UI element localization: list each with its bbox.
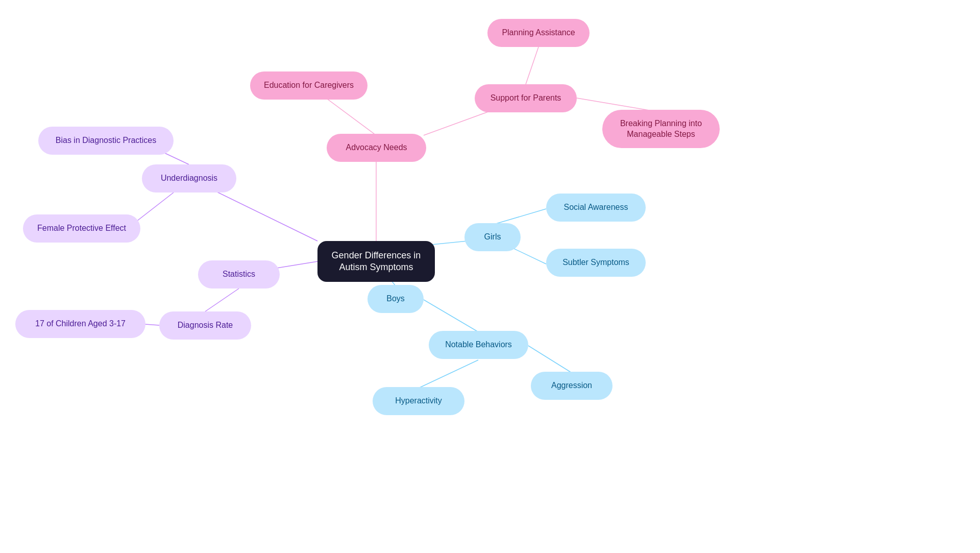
- education-caregivers-node[interactable]: Education for Caregivers: [250, 71, 368, 100]
- svg-line-12: [493, 209, 546, 225]
- underdiagnosis-node[interactable]: Underdiagnosis: [142, 164, 236, 193]
- diagnosis-rate-label: Diagnosis Rate: [178, 320, 233, 331]
- diagnosis-rate-node[interactable]: Diagnosis Rate: [159, 311, 251, 340]
- boys-node[interactable]: Boys: [368, 285, 424, 313]
- breaking-planning-node[interactable]: Breaking Planning into Manageable Steps: [602, 110, 720, 148]
- svg-line-17: [528, 346, 572, 373]
- notable-behaviors-node[interactable]: Notable Behaviors: [429, 331, 528, 359]
- support-parents-label: Support for Parents: [491, 93, 561, 104]
- children-aged-node[interactable]: 17 of Children Aged 3-17: [15, 310, 145, 338]
- bias-diagnostic-label: Bias in Diagnostic Practices: [56, 135, 156, 146]
- svg-line-16: [419, 360, 478, 388]
- social-awareness-label: Social Awareness: [564, 202, 628, 213]
- aggression-node[interactable]: Aggression: [531, 372, 612, 400]
- subtler-symptoms-label: Subtler Symptoms: [562, 257, 629, 268]
- advocacy-needs-label: Advocacy Needs: [346, 142, 407, 153]
- girls-label: Girls: [484, 232, 501, 243]
- girls-node[interactable]: Girls: [464, 223, 521, 251]
- boys-label: Boys: [386, 294, 405, 304]
- statistics-label: Statistics: [223, 269, 255, 280]
- notable-behaviors-label: Notable Behaviors: [445, 340, 512, 350]
- support-for-parents-node[interactable]: Support for Parents: [475, 84, 577, 112]
- planning-assistance-label: Planning Assistance: [502, 28, 575, 38]
- bias-diagnostic-node[interactable]: Bias in Diagnostic Practices: [38, 127, 174, 155]
- subtler-symptoms-node[interactable]: Subtler Symptoms: [546, 249, 646, 277]
- svg-line-3: [526, 47, 538, 84]
- center-label: Gender Differences in Autism Symptoms: [329, 250, 424, 274]
- female-protective-label: Female Protective Effect: [37, 223, 126, 234]
- svg-line-15: [424, 300, 478, 332]
- children-aged-label: 17 of Children Aged 3-17: [35, 319, 126, 329]
- statistics-node[interactable]: Statistics: [198, 260, 280, 288]
- center-node[interactable]: Gender Differences in Autism Symptoms: [317, 241, 435, 282]
- aggression-label: Aggression: [551, 380, 592, 391]
- planning-assistance-node[interactable]: Planning Assistance: [487, 19, 590, 47]
- hyperactivity-node[interactable]: Hyperactivity: [373, 387, 464, 415]
- female-protective-node[interactable]: Female Protective Effect: [23, 214, 140, 243]
- advocacy-needs-node[interactable]: Advocacy Needs: [327, 134, 426, 162]
- underdiagnosis-label: Underdiagnosis: [161, 173, 217, 184]
- breaking-planning-label: Breaking Planning into Manageable Steps: [614, 118, 708, 140]
- education-caregivers-label: Education for Caregivers: [264, 80, 354, 91]
- svg-line-9: [205, 288, 239, 311]
- hyperactivity-label: Hyperactivity: [395, 396, 442, 406]
- social-awareness-node[interactable]: Social Awareness: [546, 194, 646, 222]
